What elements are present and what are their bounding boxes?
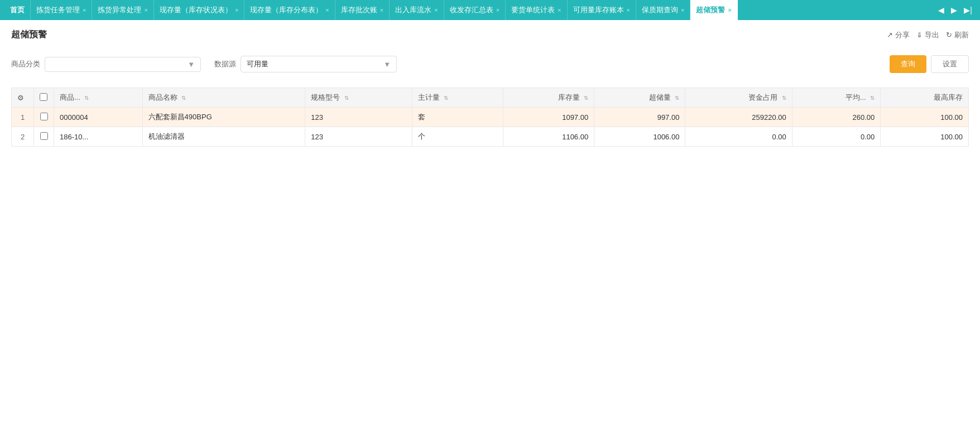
close-tab-picking-task[interactable]: × [83, 7, 86, 13]
th-unit[interactable]: 主计量 ⇅ [412, 88, 503, 108]
sort-icon-product-code: ⇅ [84, 95, 89, 101]
export-icon: ⇓ [916, 31, 923, 39]
nav-home[interactable]: 首页 [4, 0, 31, 20]
row-stock: 1097.00 [503, 108, 594, 127]
data-source-arrow-icon: ▼ [383, 60, 391, 69]
th-product-code[interactable]: 商品... ⇅ [54, 88, 143, 108]
row-product-code: 0000004 [54, 108, 143, 127]
data-table: ⚙ 商品... ⇅ 商品名称 ⇅ 规格型号 ⇅ 主计量 [11, 88, 969, 147]
close-tab-stock-status[interactable]: × [235, 7, 238, 13]
th-settings[interactable]: ⚙ [12, 88, 34, 108]
nav-arrow-right[interactable]: ▶ [948, 0, 960, 20]
row-stock: 1106.00 [503, 127, 594, 147]
row-unit: 套 [412, 108, 503, 127]
row-capital: 259220.00 [685, 108, 792, 127]
row-overstock: 997.00 [594, 108, 685, 127]
close-tab-overstock-warning[interactable]: × [728, 7, 731, 13]
product-category-filter: 商品分类 ▼ [11, 57, 201, 72]
nav-tab-stock-distribution[interactable]: 现存量（库存分布表） × [244, 0, 335, 20]
th-max-stock[interactable]: 最高库存 [881, 88, 969, 108]
th-spec[interactable]: 规格型号 ⇅ [305, 88, 412, 108]
close-tab-quality-period[interactable]: × [681, 7, 684, 13]
page-title: 超储预警 [11, 29, 47, 41]
header-actions: ↗ 分享 ⇓ 导出 ↻ 刷新 [887, 30, 969, 40]
nav-tab-picking-task[interactable]: 拣货任务管理 × [31, 0, 92, 20]
row-product-name: 机油滤清器 [142, 127, 305, 147]
product-category-select[interactable]: ▼ [45, 57, 201, 72]
refresh-icon: ↻ [946, 31, 952, 39]
row-average: 260.00 [792, 108, 881, 127]
row-overstock: 1006.00 [594, 127, 685, 147]
close-tab-inout-flow[interactable]: × [434, 7, 438, 13]
th-overstock[interactable]: 超储量 ⇅ [594, 88, 685, 108]
close-tab-receipt-summary[interactable]: × [496, 7, 499, 13]
share-button[interactable]: ↗ 分享 [887, 30, 910, 40]
filter-bar: 商品分类 ▼ 数据源 可用量 ▼ 查询 设置 [11, 50, 969, 79]
row-average: 0.00 [792, 127, 881, 147]
row-product-code: 186-10... [54, 127, 143, 147]
sort-icon-product-name: ⇅ [181, 95, 186, 101]
page-content: 超储预警 ↗ 分享 ⇓ 导出 ↻ 刷新 商品分类 ▼ 数据源 [0, 20, 980, 446]
close-tab-stock-distribution[interactable]: × [325, 7, 329, 13]
row-capital: 0.00 [685, 127, 792, 147]
close-tab-picking-exception[interactable]: × [144, 7, 147, 13]
row-unit: 个 [412, 127, 503, 147]
row-checkbox-cell [34, 108, 54, 127]
th-product-name[interactable]: 商品名称 ⇅ [142, 88, 305, 108]
row-checkbox-cell [34, 127, 54, 147]
nav-tab-quality-period[interactable]: 保质期查询 × [636, 0, 690, 20]
action-buttons: 查询 设置 [890, 55, 969, 73]
row-spec: 123 [305, 127, 412, 147]
export-button[interactable]: ⇓ 导出 [916, 30, 939, 40]
row-checkbox[interactable] [40, 113, 48, 120]
sort-icon-unit: ⇅ [444, 95, 448, 101]
data-source-filter: 数据源 可用量 ▼ [214, 56, 397, 72]
data-source-label: 数据源 [214, 59, 236, 69]
data-source-value: 可用量 [247, 59, 268, 69]
table-row: 2 186-10... 机油滤清器 123 个 1106.00 1006.00 … [12, 127, 969, 147]
settings-button[interactable]: 设置 [931, 55, 969, 73]
th-checkbox [34, 88, 54, 108]
sort-icon-average: ⇅ [870, 95, 875, 101]
nav-tab-batch-account[interactable]: 库存批次账 × [335, 0, 390, 20]
th-stock[interactable]: 库存量 ⇅ [503, 88, 594, 108]
sort-icon-stock: ⇅ [584, 95, 588, 101]
th-capital[interactable]: 资金占用 ⇅ [685, 88, 792, 108]
nav-tab-order-stats[interactable]: 要货单统计表 × [506, 0, 567, 20]
nav-arrow-expand[interactable]: ▶| [960, 0, 976, 20]
row-num: 2 [12, 127, 34, 147]
top-navigation: 首页 拣货任务管理 × 拣货异常处理 × 现存量（库存状况表） × 现存量（库存… [0, 0, 980, 20]
row-max-stock: 100.00 [881, 108, 969, 127]
nav-tab-overstock-warning[interactable]: 超储预警 × [690, 0, 737, 20]
refresh-button[interactable]: ↻ 刷新 [946, 30, 969, 40]
nav-arrow-left[interactable]: ◀ [935, 0, 948, 20]
row-spec: 123 [305, 108, 412, 127]
nav-tab-inout-flow[interactable]: 出入库流水 × [390, 0, 444, 20]
nav-tab-available-stock[interactable]: 可用量库存账本 × [568, 0, 636, 20]
product-category-arrow-icon: ▼ [188, 60, 195, 69]
close-tab-order-stats[interactable]: × [558, 7, 561, 13]
share-icon: ↗ [887, 31, 893, 39]
data-source-select[interactable]: 可用量 ▼ [241, 56, 397, 72]
close-tab-available-stock[interactable]: × [627, 7, 630, 13]
sort-icon-spec: ⇅ [344, 95, 349, 101]
product-category-label: 商品分类 [11, 59, 40, 69]
nav-tab-picking-exception[interactable]: 拣货异常处理 × [92, 0, 153, 20]
select-all-checkbox[interactable] [40, 93, 47, 101]
row-max-stock: 100.00 [881, 127, 969, 147]
nav-tab-receipt-summary[interactable]: 收发存汇总表 × [444, 0, 506, 20]
table-row: 1 0000004 六配套新昌490BPG 123 套 1097.00 997.… [12, 108, 969, 127]
sort-icon-overstock: ⇅ [675, 95, 679, 101]
sort-icon-capital: ⇅ [782, 95, 786, 101]
row-checkbox[interactable] [40, 132, 48, 140]
nav-arrows: ◀ ▶ ▶| [935, 0, 976, 20]
page-header: 超储预警 ↗ 分享 ⇓ 导出 ↻ 刷新 [11, 29, 969, 41]
nav-tab-stock-status[interactable]: 现存量（库存状况表） × [154, 0, 244, 20]
close-tab-batch-account[interactable]: × [380, 7, 383, 13]
table-header-row: ⚙ 商品... ⇅ 商品名称 ⇅ 规格型号 ⇅ 主计量 [12, 88, 969, 108]
row-num: 1 [12, 108, 34, 127]
row-product-name: 六配套新昌490BPG [142, 108, 305, 127]
query-button[interactable]: 查询 [890, 55, 926, 73]
th-average[interactable]: 平均... ⇅ [792, 88, 881, 108]
